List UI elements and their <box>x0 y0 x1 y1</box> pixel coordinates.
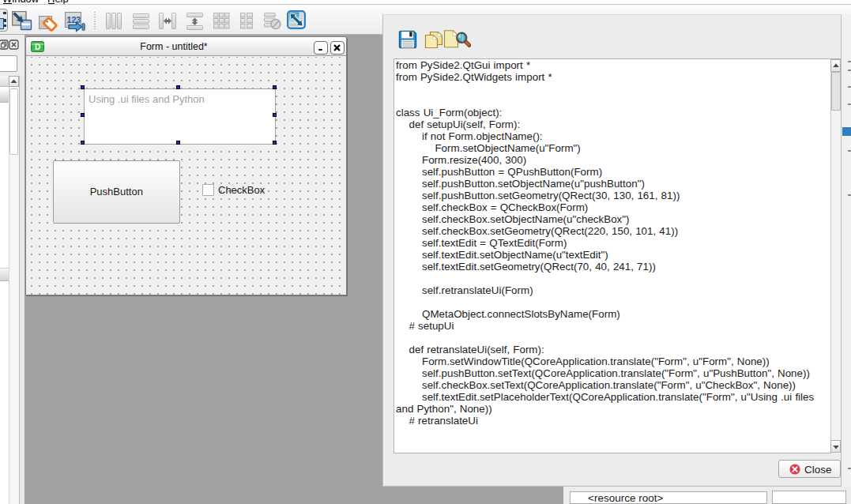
svg-text:123: 123 <box>67 15 81 24</box>
